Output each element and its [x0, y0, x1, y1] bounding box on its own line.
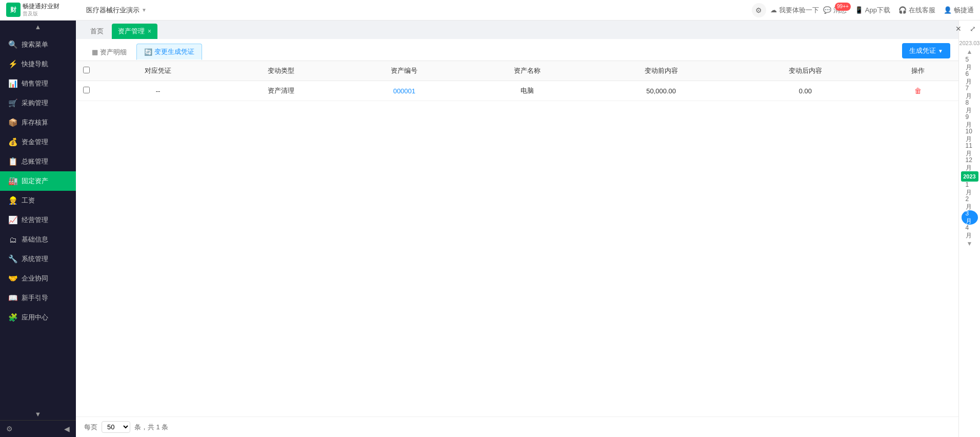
cell-change-type: 资产清理: [219, 81, 343, 101]
col-action: 操作: [877, 61, 958, 81]
tab-home[interactable]: 首页: [84, 24, 110, 39]
sales-icon: 📊: [8, 79, 17, 88]
page-size-select[interactable]: 50 10 20 100: [102, 421, 130, 433]
tab-close-button[interactable]: ×: [148, 28, 151, 35]
table-icon: ▦: [92, 48, 98, 56]
generate-btn-arrow-icon: ▼: [938, 48, 943, 54]
inner-tab-label-2: 变更生成凭证: [154, 47, 194, 56]
sidebar-item-sales[interactable]: 📊 销售管理: [0, 74, 76, 93]
app-center-icon: 🧩: [8, 313, 17, 322]
sidebar-item-funds[interactable]: 💰 资金管理: [0, 132, 76, 152]
sidebar-item-label: 新手引导: [22, 293, 48, 303]
message-button[interactable]: 💬 消息 99+: [823, 6, 847, 15]
sidebar-collapse-button[interactable]: ◀: [64, 425, 70, 433]
tab-bar: 首页 资产管理 ×: [76, 21, 958, 39]
content-area: 首页 资产管理 × ▦ 资产明细 🔄 变更生成凭证 生成凭证: [76, 21, 958, 437]
operations-icon: 📈: [8, 215, 17, 225]
inner-tab-change-voucher[interactable]: 🔄 变更生成凭证: [136, 44, 202, 60]
month-7[interactable]: 7月: [962, 85, 978, 100]
sidebar-item-search[interactable]: 🔍 搜索菜单: [0, 35, 76, 54]
message-badge: 99+: [835, 3, 851, 11]
sidebar-item-app-center[interactable]: 🧩 应用中心: [0, 308, 76, 327]
cell-after: 0.00: [733, 81, 877, 101]
month-6[interactable]: 6月: [962, 71, 978, 85]
sidebar-item-basic-info[interactable]: 🗂 基础信息: [0, 230, 76, 249]
tab-asset-management[interactable]: 资产管理 ×: [112, 24, 157, 39]
user-label: 畅捷通: [954, 6, 974, 15]
inner-tab-label-1: 资产明细: [100, 48, 127, 57]
sidebar-item-ledger[interactable]: 📋 总账管理: [0, 152, 76, 171]
sidebar-item-label: 工资: [22, 196, 35, 205]
generate-voucher-button[interactable]: 生成凭证 ▼: [902, 43, 950, 58]
calendar-scroll-up[interactable]: ▲: [966, 47, 974, 56]
col-voucher: 对应凭证: [96, 61, 219, 81]
select-all-checkbox[interactable]: [83, 67, 90, 73]
company-selector[interactable]: 医疗器械行业演示 ▼: [86, 6, 748, 15]
inner-tabs: ▦ 资产明细 🔄 变更生成凭证 生成凭证 ▼: [76, 39, 958, 61]
cell-voucher: --: [96, 81, 219, 101]
company-name: 医疗器械行业演示: [86, 6, 139, 15]
sidebar-settings-button[interactable]: ⚙: [6, 425, 13, 433]
service-button[interactable]: 🎧 在线客服: [898, 6, 935, 15]
quick-nav-icon: ⚡: [8, 59, 17, 69]
month-10[interactable]: 10月: [962, 128, 978, 143]
calendar-panel: 2023.03 ▲ 5月 6月 7月 8月 9月 10月 11月 12月 202…: [959, 37, 980, 437]
logo-text-block: 畅捷通好业财 普及版: [23, 3, 59, 17]
month-4[interactable]: 4月: [962, 225, 978, 239]
page-content: ▦ 资产明细 🔄 变更生成凭证 生成凭证 ▼: [76, 39, 958, 437]
sidebar-item-purchase[interactable]: 🛒 采购管理: [0, 93, 76, 113]
sidebar-scroll-up[interactable]: ▲: [0, 21, 76, 33]
sidebar: ▲ 🔍 搜索菜单 ⚡ 快捷导航 📊 销售管理 🛒 采购管理 📦 库存核算: [0, 21, 76, 437]
sidebar-item-fixed-assets[interactable]: 🏭 固定资产: [0, 171, 76, 191]
generate-btn-label: 生成凭证: [909, 46, 936, 55]
per-page-label: 每页: [84, 423, 97, 432]
sidebar-item-label: 基础信息: [22, 235, 48, 244]
sidebar-item-payroll[interactable]: 👷 工资: [0, 191, 76, 210]
sidebar-item-quick-nav[interactable]: ⚡ 快捷导航: [0, 54, 76, 74]
fixed-assets-icon: 🏭: [8, 176, 17, 186]
row-checkbox[interactable]: [83, 87, 90, 93]
sidebar-item-corp-collab[interactable]: 🤝 企业协同: [0, 269, 76, 288]
user-button[interactable]: 👤 畅捷通: [944, 6, 974, 15]
col-asset-no: 资产编号: [343, 61, 466, 81]
month-8[interactable]: 8月: [962, 100, 978, 114]
service-icon: 🎧: [898, 6, 907, 14]
inner-tab-asset-detail[interactable]: ▦ 资产明细: [84, 44, 134, 60]
logo-icon: 财: [6, 3, 21, 17]
col-asset-name: 资产名称: [466, 61, 589, 81]
message-icon: 💬: [823, 6, 831, 14]
month-1[interactable]: 1月: [962, 182, 978, 196]
panel-expand-button[interactable]: ⤢: [966, 21, 980, 37]
month-11[interactable]: 11月: [962, 143, 978, 157]
app-download-button[interactable]: 📱 App下载: [855, 6, 890, 15]
month-3-active[interactable]: 3月: [962, 210, 978, 225]
logo-subtitle: 普及版: [23, 10, 59, 17]
tab-home-label: 首页: [90, 27, 104, 35]
panel-close-button[interactable]: ✕: [951, 21, 966, 37]
sidebar-item-operations[interactable]: 📈 经营管理: [0, 210, 76, 230]
sidebar-item-inventory[interactable]: 📦 库存核算: [0, 113, 76, 132]
month-9[interactable]: 9月: [962, 114, 978, 128]
delete-button[interactable]: 🗑: [914, 87, 922, 95]
calendar-scroll-down[interactable]: ▼: [966, 239, 974, 248]
right-panel-controls: ✕ ⤢: [959, 21, 980, 37]
sidebar-footer: ⚙ ◀: [0, 420, 76, 437]
sidebar-item-system[interactable]: 🔧 系统管理: [0, 249, 76, 269]
month-2[interactable]: 2月: [962, 196, 978, 210]
search-icon: 🔍: [8, 40, 17, 49]
month-5[interactable]: 5月: [962, 56, 978, 71]
sidebar-scroll-down[interactable]: ▼: [0, 408, 76, 420]
settings-button[interactable]: ⚙: [752, 3, 766, 17]
guide-icon: 📖: [8, 293, 17, 303]
data-table: 对应凭证 变动类型 资产编号 资产名称 变动前内容 变动后内容 操作 --: [76, 61, 958, 101]
header-checkbox-cell: [76, 61, 96, 81]
funds-icon: 💰: [8, 137, 17, 147]
sidebar-item-label: 经营管理: [22, 215, 48, 225]
service-label: 在线客服: [909, 6, 935, 15]
logo: 财 畅捷通好业财 普及版: [6, 3, 82, 17]
cell-asset-no: 000001: [343, 81, 466, 101]
sidebar-item-guide[interactable]: 📖 新手引导: [0, 288, 76, 308]
table-container: 对应凭证 变动类型 资产编号 资产名称 变动前内容 变动后内容 操作 --: [76, 61, 958, 416]
trial-label[interactable]: 我要体验一下: [779, 6, 819, 15]
month-12[interactable]: 12月: [962, 157, 978, 171]
